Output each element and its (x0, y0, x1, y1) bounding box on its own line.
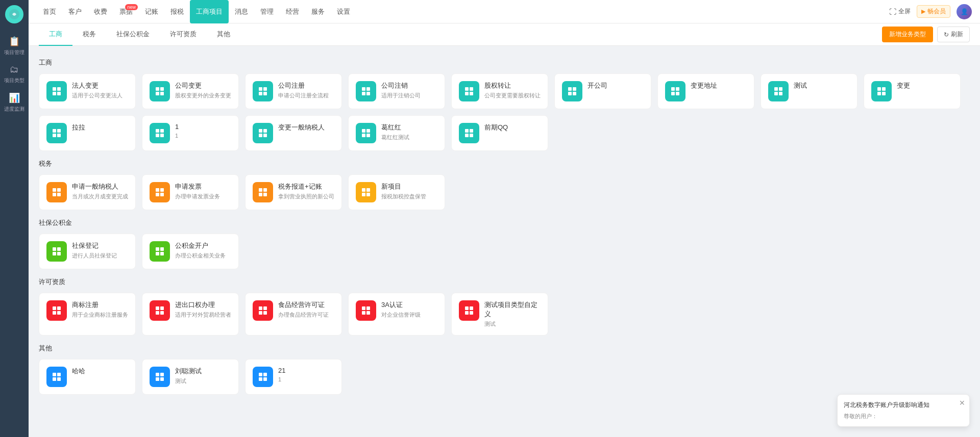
card-name-test: 测试 (794, 81, 850, 90)
card-info-import-export: 进出口权办理适用于对外贸易经营者 (175, 300, 231, 319)
svg-rect-36 (53, 129, 56, 133)
card-social-register[interactable]: 社保登记进行人员社保登记 (39, 234, 136, 269)
card-desc-trademark: 用于企业商标注册服务 (72, 311, 128, 319)
fullscreen-btn[interactable]: ⛶ 全屏 (889, 7, 911, 16)
svg-rect-103 (57, 377, 61, 381)
member-btn[interactable]: ▶ 畅会员 (917, 5, 950, 18)
card-info-change: 变更 (897, 81, 953, 92)
card-apply-invoice[interactable]: 申请发票办理申请发票业务 (142, 174, 239, 210)
card-food-license[interactable]: 食品经营许可证办理食品经营许可证 (245, 293, 342, 336)
card-liu-cong-test[interactable]: 刘聪测试测试 (142, 359, 239, 395)
nav-item-industry[interactable]: 工商项目 (190, 0, 229, 23)
card-info-trademark: 商标注册用于企业商标注册服务 (72, 300, 128, 319)
card-name-liu-cong-test: 刘聪测试 (175, 367, 231, 376)
card-info-food-license: 食品经营许可证办理食品经营许可证 (278, 300, 334, 319)
svg-rect-67 (263, 193, 267, 196)
card-apply-taxpayer[interactable]: 申请一般纳税人当月或次月成变更完成 (39, 174, 136, 210)
card-num1[interactable]: 11 (142, 115, 239, 151)
subtabs-actions: 新增业务类型 ↻ 刷新 (882, 27, 970, 42)
svg-rect-72 (53, 247, 56, 251)
card-info-qianqi-qq: 前期QQ (484, 123, 541, 134)
nav-item-accounting[interactable]: 记账 (139, 0, 164, 23)
card-import-export[interactable]: 进出口权办理适用于对外贸易经营者 (142, 293, 239, 336)
card-desc-num1: 1 (175, 132, 231, 140)
nav-item-message[interactable]: 消息 (229, 0, 254, 23)
sidebar-icon-project-mgmt: 📋 (9, 36, 20, 47)
card-ge-hong-hong[interactable]: 葛红红葛红红测试 (348, 115, 445, 151)
subtab-social[interactable]: 社保公积金 (106, 23, 160, 46)
nav-item-manage[interactable]: 管理 (254, 0, 280, 23)
card-test[interactable]: 测试 (761, 73, 857, 109)
card-desc-num21: 1 (278, 376, 334, 383)
svg-rect-63 (160, 193, 164, 196)
card-company-cancel[interactable]: 公司注销适用于注销公司 (348, 73, 445, 109)
refresh-button[interactable]: ↻ 刷新 (937, 27, 970, 42)
sidebar-item-project-type[interactable]: 🗂项目类型 (0, 60, 29, 88)
card-company-change[interactable]: 公司变更股权变更外的业务变更 (142, 73, 239, 109)
card-info-apply-taxpayer: 申请一般纳税人当月或次月成变更完成 (72, 182, 128, 200)
subtab-industry[interactable]: 工商 (39, 23, 72, 46)
card-desc-apply-invoice: 办理申请发票业务 (175, 193, 231, 200)
card-num21[interactable]: 211 (245, 359, 342, 395)
card-company-register[interactable]: 公司注册申请公司注册全流程 (245, 73, 342, 109)
card-fund-account[interactable]: 公积金开户办理公积金相关业务 (142, 234, 239, 269)
card-equity-transfer[interactable]: 股权转让公司变更需要股权转让 (451, 73, 548, 109)
card-name-apply-taxpayer: 申请一般纳税人 (72, 182, 128, 191)
svg-rect-43 (160, 134, 164, 137)
subtab-tax[interactable]: 税务 (72, 23, 106, 46)
card-name-haha: 哈哈 (72, 367, 128, 376)
card-trademark[interactable]: 商标注册用于企业商标注册服务 (39, 293, 136, 336)
svg-rect-57 (57, 188, 61, 192)
card-3a-cert[interactable]: 3A认证对企业信誉评级 (348, 293, 445, 336)
sidebar-item-progress-monitor[interactable]: 📊进度监测 (0, 88, 29, 117)
card-qianqi-qq[interactable]: 前期QQ (451, 115, 548, 151)
card-test-type-def[interactable]: 测试项目类型自定义测试 (451, 293, 548, 336)
card-legal-change[interactable]: 法人变更适用于公司变更法人 (39, 73, 136, 109)
card-icon-import-export (150, 300, 170, 321)
new-type-button[interactable]: 新增业务类型 (882, 27, 933, 42)
nav-item-customer[interactable]: 客户 (62, 0, 88, 23)
nav-item-service[interactable]: 服务 (305, 0, 331, 23)
svg-rect-80 (53, 306, 56, 310)
card-icon-ge-hong-hong (356, 123, 376, 143)
subtab-other[interactable]: 其他 (207, 23, 240, 46)
notif-close-btn[interactable]: ✕ (959, 399, 965, 407)
svg-rect-79 (160, 252, 164, 255)
svg-rect-108 (259, 373, 262, 376)
card-icon-new-project (356, 182, 376, 202)
nav-item-billing[interactable]: 收费 (88, 0, 113, 23)
svg-rect-14 (362, 92, 365, 95)
sidebar-item-project-mgmt[interactable]: 📋项目管理 (0, 32, 29, 60)
card-icon-apply-taxpayer (46, 182, 67, 202)
card-icon-company-change (150, 81, 170, 101)
card-open-company[interactable]: 开公司 (554, 73, 651, 109)
svg-rect-41 (160, 129, 164, 133)
card-info-ge-hong-hong: 葛红红葛红红测试 (381, 123, 437, 141)
nav-item-settings[interactable]: 设置 (331, 0, 356, 23)
svg-rect-22 (568, 92, 572, 95)
subtab-license[interactable]: 许可资质 (160, 23, 207, 46)
svg-rect-81 (57, 306, 61, 310)
card-icon-change (871, 81, 892, 101)
card-info-lala: 拉拉 (72, 123, 128, 134)
card-info-company-cancel: 公司注销适用于注销公司 (381, 81, 437, 99)
svg-rect-65 (263, 188, 267, 192)
nav-item-home[interactable]: 首页 (37, 0, 62, 23)
card-change-address[interactable]: 变更地址 (657, 73, 754, 109)
card-change[interactable]: 变更 (864, 73, 961, 109)
card-new-project[interactable]: 新项目报税加税控盘保管 (348, 174, 445, 210)
nav-item-tax[interactable]: 报税 (164, 0, 190, 23)
refresh-icon: ↻ (944, 31, 949, 38)
avatar[interactable]: 👤 (957, 4, 972, 19)
svg-rect-47 (263, 134, 267, 137)
svg-rect-84 (156, 306, 159, 310)
card-change-taxpayer[interactable]: 变更一般纳税人 (245, 115, 342, 151)
cards-grid-other: 哈哈 刘聪测试测试 211 (39, 359, 970, 395)
card-name-equity-transfer: 股权转让 (484, 81, 541, 90)
card-tax-report-accounting[interactable]: 税务报道+记账拿到营业执照的新公司 (245, 174, 342, 210)
svg-rect-94 (362, 311, 365, 315)
nav-item-operation[interactable]: 经营 (280, 0, 305, 23)
card-lala[interactable]: 拉拉 (39, 115, 136, 151)
card-haha[interactable]: 哈哈 (39, 359, 136, 395)
nav-item-ticket[interactable]: 票据new (113, 0, 139, 23)
